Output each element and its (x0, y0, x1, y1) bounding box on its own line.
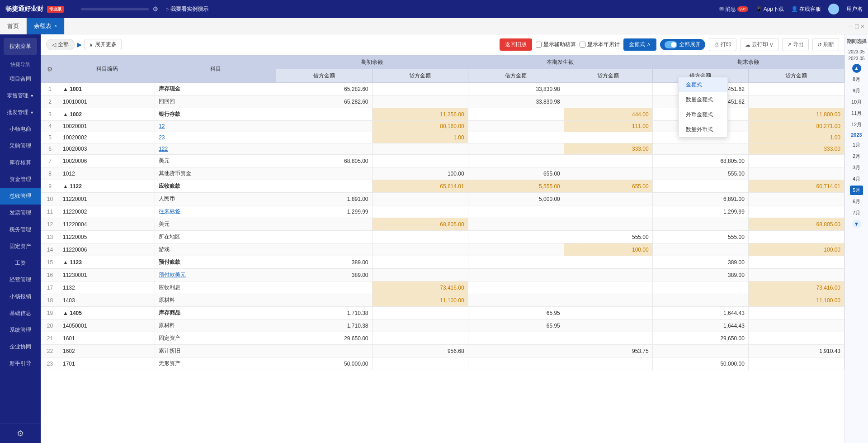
breadcrumb-all-btn[interactable]: ◁ 全部 (46, 39, 75, 50)
cell-debit_open: 1,299.99 (276, 205, 372, 218)
demo-link[interactable]: ○ 我要看实例演示 (165, 5, 208, 13)
cell-subject[interactable]: 往来标签 (155, 205, 276, 218)
table-settings-icon[interactable]: ⚙ (47, 66, 53, 73)
month-8[interactable]: 8月 (850, 75, 863, 84)
month-5[interactable]: 5月 (850, 186, 863, 195)
refresh-btn[interactable]: ↺ 刷新 (812, 38, 839, 51)
sidebar-search[interactable]: 搜索菜单 (4, 38, 37, 55)
cell-subject[interactable]: 美元 (155, 155, 276, 167)
jine-option-jine[interactable]: 金额式 (679, 77, 727, 92)
cell-debit_period (468, 155, 564, 167)
sidebar-item-wholesale[interactable]: 批发管理 ▼ (0, 104, 41, 121)
sidebar-item-operations[interactable]: 经营管理 (0, 272, 41, 288)
cell-debit_close: 68,805.00 (652, 155, 748, 167)
cell-subject[interactable]: 原材料 (155, 294, 276, 307)
breadcrumb-arrow-icon[interactable]: ▶ (77, 42, 81, 48)
cell-subject[interactable]: 预付款美元 (155, 269, 276, 281)
sidebar-item-salary[interactable]: 工资 (0, 255, 41, 272)
sidebar-item-fixed-assets[interactable]: 固定资产 (0, 238, 41, 255)
refresh-icon: ↺ (817, 42, 822, 48)
cell-subject[interactable]: 应收利息 (155, 281, 276, 294)
sidebar-item-tax[interactable]: 税务管理 (0, 221, 41, 238)
return-old-btn[interactable]: 返回旧版 (500, 38, 532, 51)
cloud-print-btn[interactable]: ☁ 云打印 ∨ (740, 38, 778, 51)
table-row: 231701无形资产50,000.0050,000.00 (41, 357, 844, 370)
cell-subject[interactable]: 原材料 (155, 319, 276, 332)
cell-subject[interactable]: 23 (155, 132, 276, 143)
month-4[interactable]: 4月 (850, 174, 863, 184)
sidebar-item-invoice[interactable]: 发票管理 (0, 205, 41, 221)
cell-credit_open: 11,100.00 (372, 294, 468, 307)
cell-no: 21 (41, 332, 59, 345)
service-btn[interactable]: 👤 在线客服 (791, 5, 821, 13)
month-11[interactable]: 11月 (849, 109, 864, 118)
year-2023[interactable]: 2023 (849, 131, 863, 138)
jine-option-quantity-amount[interactable]: 数量金额式 (679, 92, 727, 107)
right-panel: 期间选择 2023.05 2023.05 ▲ 8月 9月 10月 11月 12月… (844, 34, 868, 443)
window-close-btn[interactable]: × (861, 23, 864, 30)
sidebar-item-system[interactable]: 系统管理 (0, 322, 41, 338)
tab-home[interactable]: 首页 (0, 18, 27, 34)
sidebar-item-collab[interactable]: 企业协同 (0, 338, 41, 355)
show-helper-checkbox[interactable] (536, 42, 542, 48)
sidebar-item-funds[interactable]: 资金管理 (0, 171, 41, 188)
month-10[interactable]: 10月 (849, 97, 864, 107)
cell-no: 17 (41, 281, 59, 294)
month-12[interactable]: 12月 (849, 120, 864, 129)
table-row: 171132应收利息73,416.0073,416.00 (41, 281, 844, 294)
jine-option-quantity-foreign[interactable]: 数量外币式 (679, 122, 727, 137)
cell-subject[interactable]: 回回回 (155, 95, 276, 108)
sidebar-item-purchase[interactable]: 采购管理 (0, 138, 41, 154)
cell-code: 11220006 (59, 243, 155, 256)
cell-debit_open (276, 132, 372, 143)
print-btn[interactable]: 🖨 打印 (709, 38, 736, 51)
prev-year-btn[interactable]: ▲ (852, 64, 861, 73)
month-7[interactable]: 7月 (850, 208, 863, 218)
user-avatar[interactable] (828, 4, 839, 14)
cell-credit_open: 65,614.01 (372, 180, 468, 193)
table-row: 1411220006游戏100.00100.00 (41, 243, 844, 256)
sidebar-item-basic[interactable]: 基础信息 (0, 305, 41, 322)
sidebar-item-inventory[interactable]: 库存核算 (0, 154, 41, 171)
cell-subject[interactable]: 累计折旧 (155, 345, 276, 357)
toolbar: ◁ 全部 ▶ ∨ 展开更多 返回旧版 显示辅助核算 显示本年累计 (41, 34, 844, 55)
month-3[interactable]: 3月 (850, 163, 863, 172)
cell-subject[interactable]: 122 (155, 143, 276, 155)
show-ytd-checkbox[interactable] (580, 42, 585, 48)
month-1[interactable]: 1月 (850, 140, 863, 150)
sidebar-settings-btn[interactable]: ⚙ (0, 424, 41, 443)
cell-debit_open: 65,282.60 (276, 83, 372, 95)
cell-subject[interactable]: 12 (155, 121, 276, 132)
cell-subject[interactable]: 美元 (155, 218, 276, 231)
sidebar-item-retail[interactable]: 零售管理 ▼ (0, 87, 41, 104)
window-maximize-btn[interactable]: □ (855, 23, 859, 30)
window-minimize-btn[interactable]: — (847, 23, 853, 30)
sidebar-item-expense[interactable]: 小畅报销 (0, 288, 41, 305)
month-9[interactable]: 9月 (850, 86, 863, 95)
sidebar-item-guide[interactable]: 新手引导 (0, 355, 41, 372)
app-download-btn[interactable]: 📱 App下载 (755, 5, 784, 13)
cell-subject[interactable]: 所在地区 (155, 231, 276, 243)
message-btn[interactable]: ✉ 消息 99+ (719, 5, 748, 13)
cell-subject[interactable]: 无形资产 (155, 357, 276, 370)
export-btn[interactable]: ↗ 导出 (782, 38, 809, 51)
jine-dropdown-btn[interactable]: 金额式 ∧ (623, 38, 656, 51)
cell-subject[interactable]: 固定资产 (155, 332, 276, 345)
cell-debit_open: 1,710.38 (276, 319, 372, 332)
cell-subject[interactable]: 人民币 (155, 193, 276, 205)
tab-trial-balance[interactable]: 余额表 × (27, 18, 65, 34)
jine-option-foreign-amount[interactable]: 外币金额式 (679, 107, 727, 122)
cell-subject[interactable]: 游戏 (155, 243, 276, 256)
expand-all-btn[interactable]: 全部展开 (660, 39, 705, 50)
next-year-btn[interactable]: ▼ (852, 219, 861, 229)
sidebar-item-ledger[interactable]: 总账管理 (0, 188, 41, 205)
cell-subject[interactable]: 其他货币资金 (155, 167, 276, 180)
sidebar-item-project[interactable]: 项目合同 (0, 71, 41, 87)
sidebar-item-ecommerce[interactable]: 小畅电商 (0, 121, 41, 138)
month-6[interactable]: 6月 (850, 197, 863, 206)
cell-credit_period: 444.00 (564, 108, 652, 121)
tab-close-icon[interactable]: × (54, 24, 57, 29)
settings-icon[interactable]: ⚙ (152, 5, 158, 13)
month-2[interactable]: 2月 (850, 152, 863, 161)
expand-more-btn[interactable]: ∨ 展开更多 (84, 39, 122, 50)
